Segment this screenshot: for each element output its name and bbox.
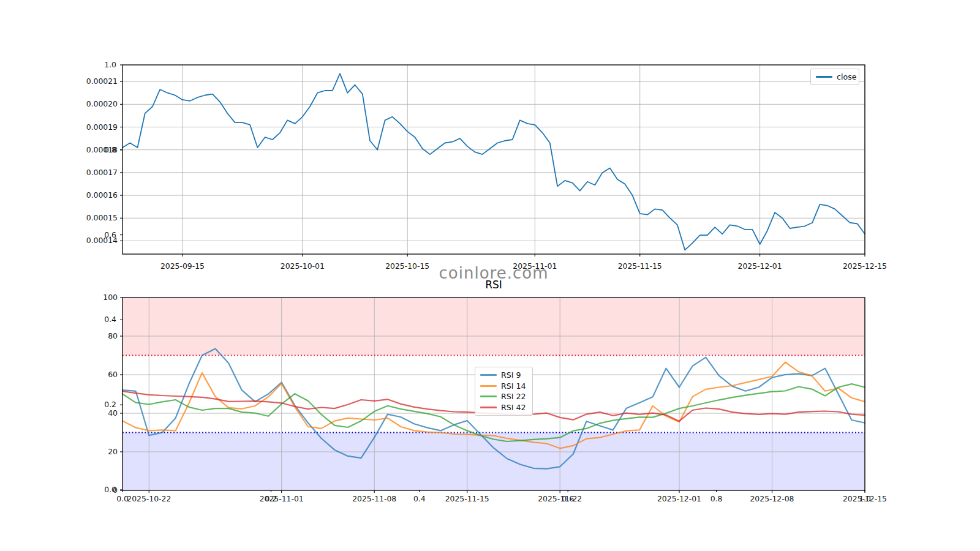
overlay-y-tick-label: 0.2 xyxy=(72,400,116,410)
chart-figure: 2025-09-152025-10-012025-10-152025-11-01… xyxy=(0,0,980,551)
legend-line-sample xyxy=(480,395,497,397)
legend-item: RSI 22 xyxy=(480,392,527,401)
plot-border xyxy=(123,65,865,254)
overlay-x-tick-label: 0.4 xyxy=(386,494,453,504)
overlay-y-tick-label: 0.4 xyxy=(72,315,116,324)
legend-line-sample xyxy=(816,76,832,78)
x-tick-label: 2025-10-01 xyxy=(269,261,336,271)
y-tick-label: 80 xyxy=(74,331,118,341)
overlay-y-tick-label: 0.0 xyxy=(72,485,116,495)
y-tick-label: 40 xyxy=(74,408,118,418)
overlay-x-tick-label: 0.6 xyxy=(534,494,601,504)
price-legend: close xyxy=(810,69,859,85)
x-tick-label: 2025-12-15 xyxy=(831,261,899,271)
close-line xyxy=(123,73,865,250)
legend-item: RSI 42 xyxy=(480,403,527,412)
y-tick-label: 0.00016 xyxy=(74,190,118,200)
overlay-x-tick-label: 0.0 xyxy=(89,494,156,504)
legend-label: close xyxy=(837,72,856,81)
overlay-x-tick-label: 1.0 xyxy=(831,494,899,504)
legend-line-sample xyxy=(480,407,497,408)
y-tick-label: 20 xyxy=(74,447,118,457)
y-tick-label: 0.00015 xyxy=(74,213,118,223)
legend-item: RSI 9 xyxy=(480,370,527,380)
x-tick-label: 2025-11-15 xyxy=(606,261,674,271)
y-tick-label: 60 xyxy=(74,370,118,380)
y-tick-label: 0.00021 xyxy=(74,77,118,86)
y-tick-label: 0.00017 xyxy=(74,168,118,178)
y-tick-label: 0.00019 xyxy=(74,122,118,132)
x-tick-label: 2025-09-15 xyxy=(149,261,216,271)
overlay-y-tick-label: 1.0 xyxy=(72,60,116,70)
oversold-zone xyxy=(123,433,865,491)
overlay-y-tick-label: 0.8 xyxy=(72,145,116,155)
legend-label: RSI 9 xyxy=(501,370,521,380)
x-tick-label: 2025-10-15 xyxy=(374,261,441,271)
legend-label: RSI 42 xyxy=(501,403,526,412)
rsi-chart-title: RSI xyxy=(485,279,502,291)
rsi-legend: RSI 9 RSI 14 RSI 22 RSI 42 xyxy=(475,367,533,416)
legend-label: RSI 22 xyxy=(501,392,526,401)
legend-item: RSI 14 xyxy=(480,381,527,391)
x-tick-label: 2025-12-01 xyxy=(726,261,794,271)
overlay-x-tick-label: 0.2 xyxy=(237,494,304,504)
y-tick-label: 100 xyxy=(74,293,118,302)
overlay-x-tick-label: 0.8 xyxy=(683,494,750,504)
overlay-y-tick-label: 0.6 xyxy=(72,230,116,240)
legend-line-sample xyxy=(480,374,497,376)
overbought-zone xyxy=(123,298,865,356)
y-tick-label: 0.00020 xyxy=(74,99,118,109)
legend-line-sample xyxy=(480,385,497,387)
legend-item: close xyxy=(816,72,856,81)
legend-label: RSI 14 xyxy=(501,381,526,391)
